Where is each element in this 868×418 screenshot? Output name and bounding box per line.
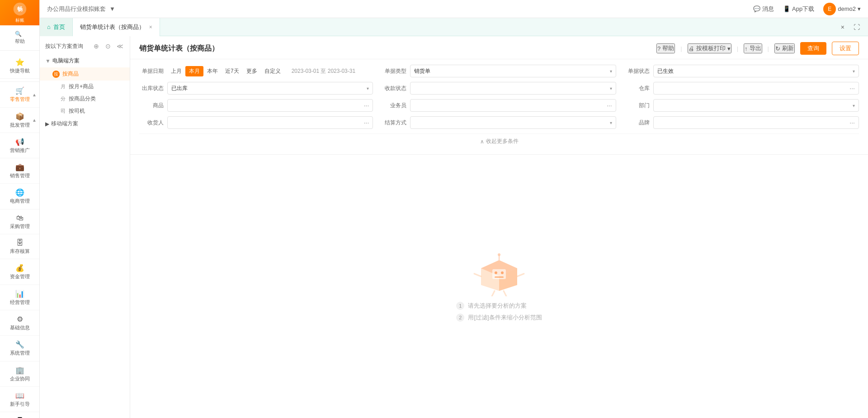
window-close-button[interactable]: × <box>838 23 847 32</box>
retail-icon: 🛒 <box>15 86 24 95</box>
page-title-bar: 销货单统计表（按商品） ? 帮助 | 🖨 按模板打印 ▾ | ↑ <box>130 36 868 59</box>
filter-consignee-field: 收货人 ··· <box>139 116 373 129</box>
scheme-subitem-category[interactable]: 分 按商品分类 <box>40 93 130 105</box>
sidebar-item-finance[interactable]: 💰 资金管理 <box>0 259 39 285</box>
date-tab-7days[interactable]: 近7天 <box>222 66 243 76</box>
settings-button[interactable]: 设置 <box>832 42 859 55</box>
export-button[interactable]: ↑ 导出 <box>744 43 762 53</box>
scheme-item-by-product[interactable]: 按 按商品 <box>40 67 130 81</box>
edit-scheme-button[interactable]: ⊙ <box>104 42 113 51</box>
sidebar: 畅 标账 🔍 帮助 ⭐ 快捷导航 🛒 零售管理 ▲ 📦 批发管理 ▲ 📢 营销推… <box>0 0 40 418</box>
tab-stats[interactable]: 销货单统计表（按商品） × <box>73 18 160 36</box>
dept-arrow: ▾ <box>853 103 855 108</box>
scheme-subitem-cashier[interactable]: 司 按司机 <box>40 105 130 117</box>
pc-scheme-group[interactable]: ▼ 电脑端方案 <box>40 54 130 67</box>
tip-text-2: 用[过滤]条件来缩小分析范围 <box>468 314 542 322</box>
paymentstatus-input[interactable]: ▾ <box>410 82 616 95</box>
tab-home[interactable]: ⌂ 首页 <box>40 18 73 36</box>
message-button[interactable]: 💬 消息 <box>753 5 774 13</box>
help-button[interactable]: ? 帮助 <box>656 43 675 53</box>
date-tab-thismonth[interactable]: 本月 <box>185 66 203 76</box>
sidebar-item-guide[interactable]: 📖 新手引导 <box>0 387 39 412</box>
print-icon: 🖨 <box>689 45 694 52</box>
by-product-icon: 按 <box>52 71 60 78</box>
salesperson-input[interactable]: ··· <box>410 99 616 112</box>
sidebar-item-purchase[interactable]: 🛍 采购管理 <box>0 209 39 234</box>
outstatus-input[interactable]: 已出库 ▾ <box>167 82 373 95</box>
sidebar-item-inventory[interactable]: 🗄 库存核算 <box>0 234 39 259</box>
finance-icon: 💰 <box>15 264 24 272</box>
warehouse-input[interactable]: ··· <box>653 82 859 95</box>
sidebar-item-retail[interactable]: 🛒 零售管理 ▲ <box>0 82 39 107</box>
sidebar-item-wholesale[interactable]: 📦 批发管理 ▲ <box>0 108 39 133</box>
sidebar-item-wholesale-label: 批发管理 <box>10 122 30 128</box>
add-scheme-button[interactable]: ⊕ <box>92 42 101 51</box>
filter-area: 单据日期 上月 本月 本年 近7天 更多 自定义 2023-03-01 至 20… <box>130 59 868 155</box>
brand-input[interactable]: ··· <box>653 116 859 129</box>
date-tab-custom[interactable]: 自定义 <box>261 66 284 76</box>
tab-close-button[interactable]: × <box>149 24 152 30</box>
dept-label: 部门 <box>625 102 650 109</box>
docstatus-input[interactable]: 已生效 ▾ <box>653 65 859 77</box>
product-input[interactable]: ··· <box>167 99 373 112</box>
message-icon: 💬 <box>753 5 760 12</box>
search-label: 帮助 <box>15 38 25 45</box>
search-menu-button[interactable]: 🔍 帮助 <box>15 29 25 47</box>
month-product-icon: 月 <box>60 84 66 90</box>
paymentstatus-label: 收款状态 <box>382 85 406 92</box>
consignee-input[interactable]: ··· <box>167 116 373 129</box>
date-tab-lastmonth[interactable]: 上月 <box>167 66 185 76</box>
sidebar-item-basic[interactable]: ⚙ 基础信息 <box>0 310 39 336</box>
window-maximize-button[interactable]: ⛶ <box>851 23 863 32</box>
svg-point-7 <box>501 271 504 274</box>
sidebar-item-quicknav-label: 快捷导航 <box>10 67 30 74</box>
svg-rect-8 <box>495 276 504 278</box>
filter-paymentmethod-field: 结算方式 ▾ <box>382 116 616 129</box>
empty-state: 1 请先选择要分析的方案 2 用[过滤]条件来缩小分析范围 <box>130 155 868 418</box>
svg-line-11 <box>474 274 481 276</box>
sidebar-item-operations[interactable]: 📊 经营管理 <box>0 285 39 310</box>
filter-warehouse-field: 仓库 ··· <box>625 82 859 95</box>
sidebar-item-sales-label: 销售管理 <box>10 172 30 179</box>
paymentmethod-input[interactable]: ▾ <box>410 116 616 129</box>
sidebar-item-system[interactable]: 🔧 系统管理 <box>0 336 39 361</box>
mobile-scheme-group[interactable]: ▶ 移动端方案 <box>40 117 130 130</box>
quick-nav-section: ⭐ 快捷导航 <box>0 51 39 82</box>
sidebar-item-operations-label: 经营管理 <box>10 299 30 305</box>
consignee-label: 收货人 <box>139 119 164 127</box>
user-menu[interactable]: E demo2 ▾ <box>823 3 861 15</box>
collapse-bar[interactable]: ∧ 收起更多条件 <box>139 133 859 149</box>
collapse-panel-button[interactable]: ≪ <box>115 42 124 51</box>
dept-input[interactable]: ▾ <box>653 99 859 112</box>
print-button[interactable]: 🖨 按模板打印 ▾ <box>688 43 731 53</box>
app-download-button[interactable]: 📱 App下载 <box>783 5 814 13</box>
filter-date-field: 单据日期 上月 本月 本年 近7天 更多 自定义 2023-03-01 至 20… <box>139 66 373 76</box>
query-button[interactable]: 查询 <box>800 42 826 55</box>
sidebar-item-quicknav[interactable]: ⭐ 快捷导航 <box>0 53 39 79</box>
settings-label: 设置 <box>840 44 851 52</box>
doctype-input[interactable]: 销货单 ▾ <box>410 65 616 77</box>
refresh-label: 刷新 <box>782 44 794 52</box>
message-label: 消息 <box>762 5 774 13</box>
sidebar-item-sales[interactable]: 💼 销售管理 <box>0 158 39 184</box>
sidebar-item-marketing[interactable]: 📢 营销推广 <box>0 133 39 158</box>
tip-text-1: 请先选择要分析的方案 <box>468 302 527 310</box>
brand-dots: ··· <box>849 119 855 126</box>
date-tab-more[interactable]: 更多 <box>243 66 261 76</box>
right-panel: 销货单统计表（按商品） ? 帮助 | 🖨 按模板打印 ▾ | ↑ <box>130 36 868 418</box>
wholesale-icon: 📦 <box>15 112 24 121</box>
date-tab-thisyear[interactable]: 本年 <box>203 66 222 76</box>
sidebar-item-appcenter[interactable]: 📱 应用中心 <box>0 412 39 418</box>
sidebar-item-enterprise[interactable]: 🏢 企业协同 <box>0 361 39 387</box>
filter-row-3: 商品 ··· 业务员 ··· <box>139 99 859 112</box>
pc-scheme-arrow: ▼ <box>45 58 51 64</box>
salesperson-label: 业务员 <box>382 102 406 109</box>
filter-row-2: 出库状态 已出库 ▾ 收款状态 ▾ <box>139 82 859 95</box>
pc-scheme-label: 电脑端方案 <box>52 57 80 65</box>
sidebar-item-ecommerce[interactable]: 🌐 电商管理 <box>0 184 39 209</box>
refresh-button[interactable]: ↻ 刷新 <box>774 43 795 53</box>
scheme-subitem-month-product[interactable]: 月 按月+商品 <box>40 81 130 93</box>
app-download-icon: 📱 <box>783 5 790 12</box>
logo-subtext: 标账 <box>15 17 24 24</box>
export-icon: ↑ <box>745 45 748 52</box>
